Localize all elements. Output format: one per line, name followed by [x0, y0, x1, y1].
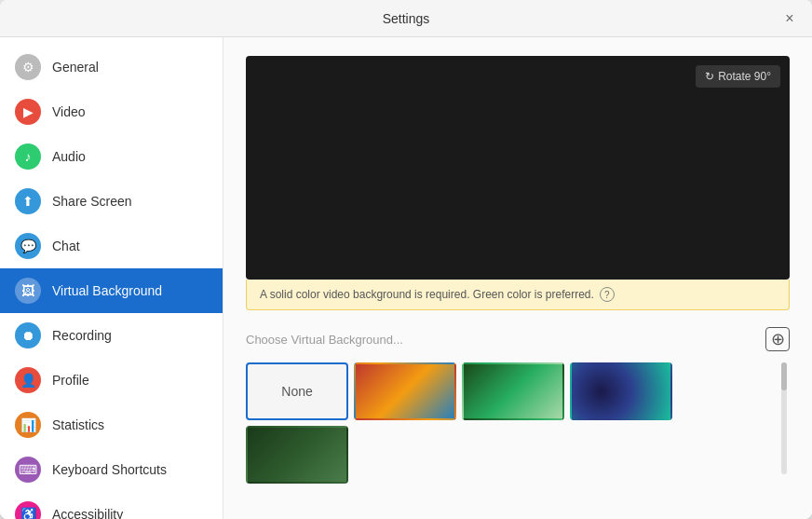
sidebar: ⚙General▶Video♪Audio⬆Share Screen💬Chat🖼V… [0, 37, 223, 519]
thumbnail-1[interactable] [354, 362, 456, 420]
profile-icon: 👤 [15, 367, 41, 393]
recording-icon: ⏺ [15, 322, 41, 348]
thumbnail-3[interactable] [570, 362, 672, 420]
sidebar-item-recording[interactable]: ⏺Recording [0, 313, 223, 358]
titlebar: Settings × [0, 0, 812, 37]
content-area: ⚙General▶Video♪Audio⬆Share Screen💬Chat🖼V… [0, 37, 812, 519]
sidebar-item-accessibility[interactable]: ♿Accessibility [0, 492, 223, 519]
main-content: ↻ Rotate 90° A solid color video backgro… [223, 37, 812, 519]
sidebar-item-video[interactable]: ▶Video [0, 89, 223, 134]
virtual-background-label: Virtual Background [52, 283, 162, 298]
sidebar-item-share-screen[interactable]: ⬆Share Screen [0, 179, 223, 224]
scrollbar-track [781, 362, 787, 474]
sidebar-item-chat[interactable]: 💬Chat [0, 224, 223, 268]
rotate-icon: ↻ [705, 70, 714, 83]
info-bar: A solid color video background is requir… [246, 280, 790, 310]
choose-label: Choose Virtual Background... [246, 333, 403, 347]
sidebar-item-audio[interactable]: ♪Audio [0, 134, 223, 179]
add-background-button[interactable]: ⊕ [765, 327, 790, 351]
help-icon[interactable]: ? [600, 287, 615, 302]
rotate-button[interactable]: ↻ Rotate 90° [696, 65, 780, 88]
choose-section: Choose Virtual Background... ⊕ None [246, 327, 790, 484]
sidebar-item-keyboard-shortcuts[interactable]: ⌨Keyboard Shortcuts [0, 447, 223, 492]
thumbnail-none-label: None [281, 384, 312, 399]
window-title: Settings [383, 11, 430, 26]
thumbnail-4[interactable] [246, 426, 348, 484]
info-text: A solid color video background is requir… [260, 288, 594, 301]
choose-header: Choose Virtual Background... ⊕ [246, 327, 790, 351]
settings-window: Settings × ⚙General▶Video♪Audio⬆Share Sc… [0, 0, 812, 519]
recording-label: Recording [52, 328, 112, 343]
thumbnails-container: None [246, 362, 775, 484]
video-icon: ▶ [15, 99, 41, 125]
sidebar-item-statistics[interactable]: 📊Statistics [0, 403, 223, 447]
add-icon: ⊕ [771, 331, 785, 348]
audio-icon: ♪ [15, 143, 41, 170]
scrollbar[interactable] [778, 362, 790, 474]
share-screen-label: Share Screen [52, 194, 132, 209]
keyboard-shortcuts-label: Keyboard Shortcuts [52, 462, 167, 477]
chat-label: Chat [52, 239, 80, 253]
chat-icon: 💬 [15, 233, 41, 259]
scrollbar-thumb [781, 362, 787, 390]
keyboard-shortcuts-icon: ⌨ [15, 457, 41, 483]
accessibility-label: Accessibility [52, 507, 123, 519]
rotate-label: Rotate 90° [718, 70, 771, 83]
thumbnail-2[interactable] [462, 362, 564, 420]
statistics-icon: 📊 [15, 412, 41, 438]
profile-label: Profile [52, 373, 89, 388]
video-preview: ↻ Rotate 90° [246, 56, 790, 280]
close-button[interactable]: × [780, 9, 799, 28]
general-icon: ⚙ [15, 54, 41, 80]
general-label: General [52, 60, 99, 75]
video-label: Video [52, 104, 86, 119]
sidebar-item-profile[interactable]: 👤Profile [0, 358, 223, 403]
statistics-label: Statistics [52, 417, 104, 432]
sidebar-item-virtual-background[interactable]: 🖼Virtual Background [0, 268, 223, 313]
share-screen-icon: ⬆ [15, 188, 41, 214]
audio-label: Audio [52, 149, 86, 164]
virtual-background-icon: 🖼 [15, 278, 41, 304]
sidebar-item-general[interactable]: ⚙General [0, 45, 223, 89]
accessibility-icon: ♿ [15, 501, 41, 519]
thumbnail-none[interactable]: None [246, 362, 348, 420]
thumbnails-wrapper: None [246, 362, 790, 484]
